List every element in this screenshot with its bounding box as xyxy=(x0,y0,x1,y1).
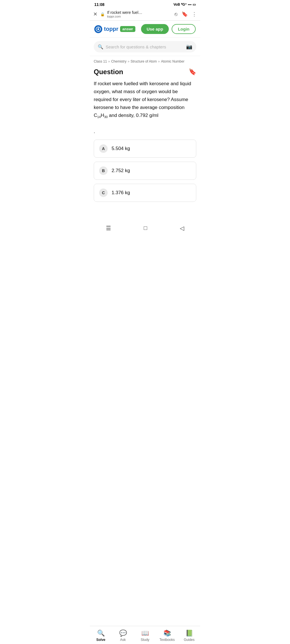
use-app-button[interactable]: Use app xyxy=(141,24,169,34)
option-c-badge: C xyxy=(99,189,108,197)
search-icon: 🔍 xyxy=(98,44,103,50)
svg-point-1 xyxy=(97,28,99,30)
browser-url-area: 🔒 If rocket were fuel… toppr.com xyxy=(100,10,172,18)
browser-actions: ⎋ 🔖 ⋮ xyxy=(174,11,197,17)
option-c[interactable]: C 1.376 kg xyxy=(94,184,196,202)
toppr-brand-name: toppr xyxy=(104,26,118,32)
option-b[interactable]: B 2.752 kg xyxy=(94,162,196,180)
status-bar: 11:08 VoB ⁴G⁺ ▪▪▪ ▭ xyxy=(90,0,200,8)
option-b-text: 2.752 kg xyxy=(112,168,130,174)
android-nav-bar: ☰ □ ◁ xyxy=(90,222,200,236)
breadcrumb-sep-2: » xyxy=(127,59,129,63)
breadcrumb-sep-1: » xyxy=(108,59,110,63)
breadcrumb: Class 11 » Chemistry » Structure of Atom… xyxy=(90,56,200,65)
android-menu-icon[interactable]: ☰ xyxy=(106,225,111,232)
more-icon[interactable]: ⋮ xyxy=(192,11,197,17)
android-back-icon[interactable]: ◁ xyxy=(180,225,184,232)
status-icons: VoB ⁴G⁺ ▪▪▪ ▭ xyxy=(173,3,196,7)
option-a-badge: A xyxy=(99,144,108,153)
signal-icon: ▪▪▪ xyxy=(188,3,191,7)
breadcrumb-item-structure-of-atom[interactable]: Structure of Atom xyxy=(131,59,157,63)
search-box[interactable]: 🔍 Search for questions & chapters 📷 xyxy=(94,41,196,52)
share-icon[interactable]: ⎋ xyxy=(174,11,178,17)
network-icon: VoB ⁴G⁺ xyxy=(173,3,187,7)
breadcrumb-sep-3: » xyxy=(158,59,160,63)
lock-icon: 🔒 xyxy=(100,12,105,16)
question-text: If rocket were fuelled with kerosene and… xyxy=(94,80,196,136)
browser-domain: toppr.com xyxy=(107,15,172,18)
toppr-brand: toppr answr xyxy=(94,25,135,33)
android-home-icon[interactable]: □ xyxy=(144,225,147,231)
toppr-logo-icon xyxy=(94,25,102,33)
battery-icon: ▭ xyxy=(193,3,196,7)
question-label: Question xyxy=(94,68,123,76)
login-button[interactable]: Login xyxy=(172,24,196,34)
browser-title: If rocket were fuel… xyxy=(107,10,172,15)
bookmark-browser-icon[interactable]: 🔖 xyxy=(182,11,188,17)
option-a-text: 5.504 kg xyxy=(112,146,130,151)
option-c-text: 1.376 kg xyxy=(112,190,130,196)
option-a[interactable]: A 5.504 kg xyxy=(94,140,196,158)
breadcrumb-item-chemistry[interactable]: Chemistry xyxy=(111,59,126,63)
status-time: 11:08 xyxy=(94,2,105,7)
breadcrumb-item-class11[interactable]: Class 11 xyxy=(94,59,107,63)
option-b-badge: B xyxy=(99,166,108,175)
toppr-header: toppr answr Use app Login xyxy=(90,21,200,38)
camera-icon[interactable]: 📷 xyxy=(186,44,192,50)
question-header: Question 🔖 xyxy=(94,68,196,76)
header-buttons: Use app Login xyxy=(141,24,196,34)
browser-close-button[interactable]: ✕ xyxy=(93,11,97,17)
browser-bar: ✕ 🔒 If rocket were fuel… toppr.com ⎋ 🔖 ⋮ xyxy=(90,8,200,21)
content-area: Question 🔖 If rocket were fuelled with k… xyxy=(90,65,200,205)
answr-badge: answr xyxy=(120,26,135,32)
breadcrumb-item-atomic-number[interactable]: Atomic Number xyxy=(161,59,184,63)
search-input[interactable]: Search for questions & chapters xyxy=(106,44,184,49)
browser-title-wrap[interactable]: If rocket were fuel… toppr.com xyxy=(107,10,172,18)
options-list: A 5.504 kg B 2.752 kg C 1.376 kg xyxy=(94,140,196,202)
search-area: 🔍 Search for questions & chapters 📷 xyxy=(90,38,200,56)
question-bookmark-icon[interactable]: 🔖 xyxy=(189,68,196,76)
